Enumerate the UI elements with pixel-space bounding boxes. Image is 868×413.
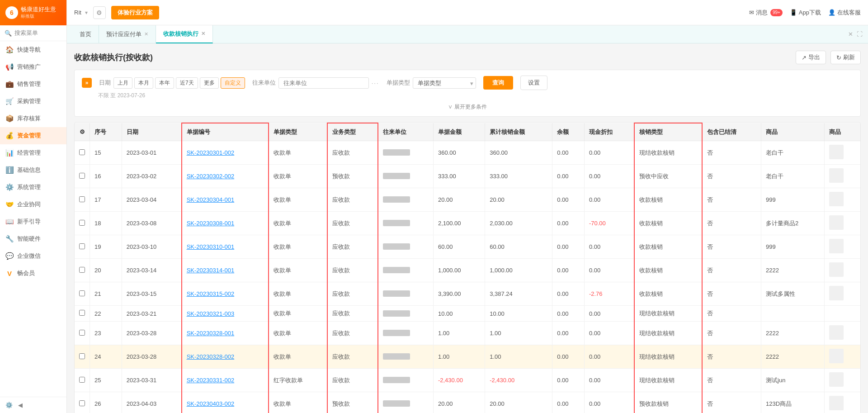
cell-checkbox[interactable]: [75, 282, 90, 306]
date-btn-this-month[interactable]: 本月: [134, 77, 153, 89]
date-btn-last-month[interactable]: 上月: [113, 77, 132, 89]
tab-pending[interactable]: 预计应应付单 ✕: [99, 25, 156, 43]
cell-checkbox[interactable]: [75, 306, 90, 322]
cell-voucher-no[interactable]: SK-20230321-003: [182, 306, 269, 322]
refresh-button[interactable]: ↻ 刷新: [830, 51, 861, 64]
cell-voucher-no[interactable]: SK-20230304-001: [182, 188, 269, 212]
voucher-no-link[interactable]: SK-20230314-001: [187, 267, 235, 274]
row-checkbox[interactable]: [79, 149, 85, 155]
date-btn-more[interactable]: 更多: [200, 77, 219, 89]
search-menu[interactable]: 🔍 搜索菜单: [0, 25, 66, 41]
date-btn-this-year[interactable]: 本年: [155, 77, 174, 89]
row-checkbox[interactable]: [79, 173, 85, 179]
topbar-brand: Rit ▾: [74, 9, 88, 16]
cell-checkbox[interactable]: [75, 235, 90, 259]
col-settings[interactable]: ⚙: [75, 123, 90, 141]
cell-voucher-no[interactable]: SK-20230302-002: [182, 165, 269, 188]
voucher-no-link[interactable]: SK-20230315-002: [187, 290, 235, 297]
cell-voucher-no[interactable]: SK-20230301-002: [182, 141, 269, 165]
settings-button[interactable]: 设置: [520, 76, 547, 90]
voucher-no-link[interactable]: SK-20230304-001: [187, 196, 235, 203]
row-checkbox[interactable]: [79, 196, 85, 202]
voucher-no-link[interactable]: SK-20230310-001: [187, 243, 235, 250]
online-service-action[interactable]: 👤 在线客服: [828, 9, 861, 17]
cell-voucher-no[interactable]: SK-20230328-001: [182, 322, 269, 345]
row-checkbox[interactable]: [79, 353, 85, 359]
counterparty-input[interactable]: [278, 77, 369, 89]
sidebar-item-inventory[interactable]: 📦 库存核算: [0, 110, 66, 127]
cell-checkbox[interactable]: [75, 212, 90, 235]
cell-voucher-no[interactable]: SK-20230310-001: [182, 235, 269, 259]
cell-checkbox[interactable]: [75, 322, 90, 345]
voucher-no-link[interactable]: SK-20230403-002: [187, 400, 235, 407]
voucher-no-link[interactable]: SK-20230302-002: [187, 173, 235, 180]
app-download-action[interactable]: 📱 App下载: [790, 9, 821, 17]
cell-checkbox[interactable]: [75, 392, 90, 413]
cell-writeoff-amount: 10.00: [485, 306, 552, 322]
sidebar-item-basic[interactable]: ℹ️ 基础信息: [0, 161, 66, 179]
sidebar-item-purchase[interactable]: 🛒 采购管理: [0, 93, 66, 110]
filter-more-button[interactable]: ∨ 展开更多条件: [448, 103, 486, 111]
col-voucher-type: 单据类型: [269, 123, 328, 141]
row-checkbox[interactable]: [79, 220, 85, 226]
cell-voucher-no[interactable]: SK-20230331-002: [182, 369, 269, 392]
voucher-no-link[interactable]: SK-20230328-001: [187, 330, 235, 337]
message-action[interactable]: ✉ 消息 99+: [749, 9, 783, 17]
row-checkbox[interactable]: [79, 400, 85, 406]
row-checkbox[interactable]: [79, 290, 85, 296]
filter-expand-button[interactable]: »: [82, 78, 92, 88]
query-button[interactable]: 查询: [483, 76, 513, 90]
cell-writeoff-amount: 3,387.24: [485, 282, 552, 306]
cell-date: 2023-03-10: [122, 235, 181, 259]
sidebar-item-system[interactable]: ⚙️ 系统管理: [0, 179, 66, 196]
voucher-no-link[interactable]: SK-20230328-002: [187, 353, 235, 360]
voucher-no-link[interactable]: SK-20230301-002: [187, 149, 235, 156]
sidebar-item-wechat[interactable]: 💬 企业微信: [0, 247, 66, 265]
tab-receipts-close[interactable]: ✕: [201, 31, 205, 37]
sidebar-item-finance[interactable]: 💰 资金管理: [0, 127, 66, 144]
cell-checkbox[interactable]: [75, 259, 90, 282]
sidebar-item-hardware[interactable]: 🔧 智能硬件: [0, 230, 66, 247]
row-checkbox[interactable]: [79, 243, 85, 249]
cell-counterparty: [378, 282, 434, 306]
sidebar-item-operations[interactable]: 📊 经营管理: [0, 144, 66, 161]
date-btn-custom[interactable]: 自定义: [221, 77, 245, 89]
cell-voucher-no[interactable]: SK-20230315-002: [182, 282, 269, 306]
cell-checkbox[interactable]: [75, 345, 90, 369]
sidebar-item-enterprise[interactable]: 🤝 企业协同: [0, 196, 66, 213]
sidebar-item-shortcut[interactable]: 🏠 快捷导航: [0, 41, 66, 58]
sidebar-settings-icon[interactable]: ⚙️: [5, 402, 13, 408]
solution-button[interactable]: 体验行业方案: [111, 6, 159, 19]
voucher-no-link[interactable]: SK-20230331-002: [187, 377, 235, 384]
row-checkbox[interactable]: [79, 330, 85, 336]
tab-home[interactable]: 首页: [72, 25, 99, 43]
topbar-settings-button[interactable]: ⚙: [93, 6, 106, 19]
tab-pending-close[interactable]: ✕: [144, 31, 148, 37]
sidebar-item-member[interactable]: V 畅会员: [0, 265, 66, 282]
row-checkbox[interactable]: [79, 267, 85, 273]
sidebar-item-sales[interactable]: 💼 销售管理: [0, 76, 66, 93]
voucher-no-link[interactable]: SK-20230308-001: [187, 220, 235, 227]
cell-voucher-no[interactable]: SK-20230328-002: [182, 345, 269, 369]
sidebar-item-guide[interactable]: 📖 新手引导: [0, 213, 66, 230]
cell-checkbox[interactable]: [75, 141, 90, 165]
cell-voucher-no[interactable]: SK-20230403-002: [182, 392, 269, 413]
row-checkbox[interactable]: [79, 377, 85, 383]
tab-receipts[interactable]: 收款核销执行 ✕: [156, 25, 213, 43]
cell-writeoff-amount: 333.00: [485, 165, 552, 188]
row-checkbox[interactable]: [79, 310, 85, 316]
cell-include-settled: 否: [702, 141, 761, 165]
tab-close-all-icon[interactable]: ✕: [848, 31, 853, 38]
cell-checkbox[interactable]: [75, 165, 90, 188]
cell-checkbox[interactable]: [75, 369, 90, 392]
date-btn-7days[interactable]: 近7天: [176, 77, 198, 89]
voucher-no-link[interactable]: SK-20230321-003: [187, 310, 235, 317]
sidebar-item-marketing[interactable]: 📢 营销推广: [0, 58, 66, 76]
cell-voucher-no[interactable]: SK-20230314-001: [182, 259, 269, 282]
cell-voucher-no[interactable]: SK-20230308-001: [182, 212, 269, 235]
export-button[interactable]: ↗ 导出: [796, 51, 826, 64]
tab-maximize-icon[interactable]: ⛶: [857, 31, 863, 38]
cell-checkbox[interactable]: [75, 188, 90, 212]
voucher-type-select[interactable]: 单据类型 收款单 红字收款单: [413, 77, 476, 89]
sidebar-collapse-icon[interactable]: ◀: [18, 402, 23, 408]
